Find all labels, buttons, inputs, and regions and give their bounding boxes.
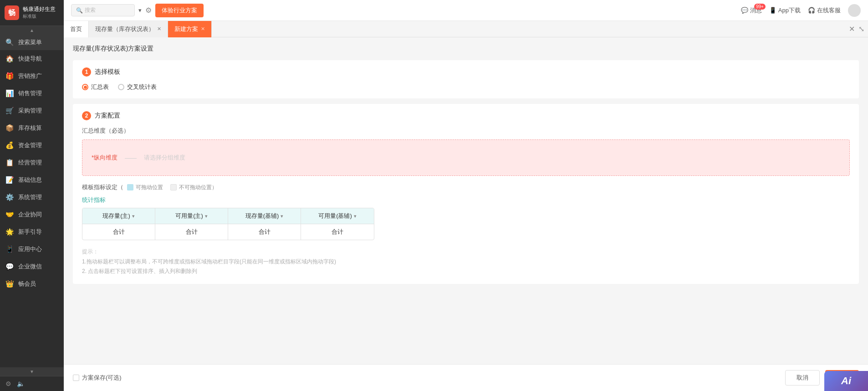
sidebar-scroll-up[interactable]: ▲ xyxy=(0,26,64,35)
logo-icon: 畅 xyxy=(5,5,19,20)
topbar-settings-icon[interactable]: ⚙ xyxy=(145,6,152,15)
stats-section: 统计指标 现存量(主) ▾ 可用量(主) xyxy=(82,196,850,242)
app-version: 标准版 xyxy=(23,13,56,20)
sales-icon: 📊 xyxy=(5,89,14,98)
sidebar-item-label: 系统管理 xyxy=(18,193,42,201)
sidebar-nav: 🔍 搜索菜单 🏠 快捷导航 🎁 营销推广 📊 销售管理 🛒 采购管理 📦 库存核… xyxy=(0,35,64,367)
sidebar-item-quick-nav[interactable]: 🏠 快捷导航 xyxy=(0,50,64,67)
stats-cell-available-aux-sub: 合计 xyxy=(301,224,374,240)
speaker-icon[interactable]: 🔈 xyxy=(17,380,25,387)
user-avatar[interactable] xyxy=(848,4,861,17)
cancel-button[interactable]: 取消 xyxy=(785,370,820,386)
stats-col-available-aux[interactable]: 可用量(基辅) ▾ xyxy=(301,208,374,224)
dimension-label: 汇总维度（必选） xyxy=(82,127,850,135)
dimension-arrow: —— xyxy=(125,154,137,161)
finance-icon: 💰 xyxy=(5,141,14,149)
sidebar-item-inventory[interactable]: 📦 库存核算 xyxy=(0,119,64,137)
stats-table: 现存量(主) ▾ 可用量(主) ▾ xyxy=(82,208,374,240)
legend-draggable-item: 可拖动位置 xyxy=(127,184,163,191)
messages-icon: 💬 xyxy=(741,7,748,14)
tab-new-plan-close[interactable]: ✕ xyxy=(201,26,205,32)
sidebar-item-management[interactable]: 📋 经营管理 xyxy=(0,154,64,171)
tips-section: 提示： 1.拖动标题栏可以调整布局，不可跨维度或指标区域拖动栏目字段(只能在同一… xyxy=(82,247,850,277)
messages-badge: 99+ xyxy=(754,4,766,10)
tab-new-plan[interactable]: 新建方案 ✕ xyxy=(168,21,212,37)
app-download-item[interactable]: 📱 App下载 xyxy=(769,6,801,15)
current-aux-dropdown-icon[interactable]: ▾ xyxy=(281,213,283,219)
stats-col-current-main[interactable]: 现存量(主) ▾ xyxy=(82,208,155,224)
online-service-item[interactable]: 🎧 在线客服 xyxy=(808,6,841,15)
sidebar-item-label: 资金管理 xyxy=(18,141,42,149)
new-guide-icon: 🌟 xyxy=(5,228,14,236)
topbar-dropdown-icon[interactable]: ▾ xyxy=(138,7,142,14)
dimension-box[interactable]: *纵向维度 —— 请选择分组维度 xyxy=(82,139,850,176)
sidebar-item-label: 应用中心 xyxy=(18,245,42,253)
sidebar-item-cooperation[interactable]: 🤝 企业协同 xyxy=(0,206,64,223)
experience-btn[interactable]: 体验行业方案 xyxy=(155,4,204,17)
available-main-dropdown-icon[interactable]: ▾ xyxy=(205,213,208,219)
current-main-dropdown-icon[interactable]: ▾ xyxy=(132,213,135,219)
sidebar-item-search[interactable]: 🔍 搜索菜单 xyxy=(0,35,64,50)
enterprise-wechat-icon: 💬 xyxy=(5,262,14,271)
sidebar-item-sales[interactable]: 📊 销售管理 xyxy=(0,85,64,102)
search-icon: 🔍 xyxy=(5,38,14,46)
tab-inventory-status-close[interactable]: ✕ xyxy=(157,26,161,32)
sidebar-scroll-down[interactable]: ▼ xyxy=(0,367,64,376)
step1-number: 1 xyxy=(82,67,91,77)
ai-badge[interactable]: Ai xyxy=(824,371,868,391)
sidebar-item-finance[interactable]: 💰 资金管理 xyxy=(0,137,64,154)
template-radio-group: 汇总表 交叉统计表 xyxy=(82,83,850,91)
step1-title: 选择模板 xyxy=(95,68,120,76)
stats-col-available-main[interactable]: 可用量(主) ▾ xyxy=(155,208,228,224)
search-placeholder: 搜索 xyxy=(85,6,96,14)
system-icon: ⚙️ xyxy=(5,193,14,201)
app-name: 畅康通好生意 xyxy=(23,6,56,13)
sidebar-item-membership[interactable]: 👑 畅会员 xyxy=(0,275,64,293)
tab-home[interactable]: 首页 xyxy=(64,21,89,37)
legend-fixed-box xyxy=(170,184,177,190)
topbar-search-box[interactable]: 🔍 搜索 xyxy=(71,4,135,16)
sidebar-item-label: 库存核算 xyxy=(18,124,42,132)
indicator-legend: 可拖动位置 不可拖动位置） xyxy=(127,184,217,191)
save-checkbox[interactable] xyxy=(73,375,79,381)
sidebar-item-label: 畅会员 xyxy=(18,280,36,288)
sidebar-item-label: 企业协同 xyxy=(18,211,42,219)
sidebar-item-marketing[interactable]: 🎁 营销推广 xyxy=(0,67,64,85)
sidebar-item-system[interactable]: ⚙️ 系统管理 xyxy=(0,189,64,206)
radio-summary[interactable]: 汇总表 xyxy=(82,83,109,91)
ai-label: Ai xyxy=(841,375,851,387)
sidebar-item-label: 销售管理 xyxy=(18,89,42,98)
tab-expand-btn[interactable]: ⤡ xyxy=(858,25,864,33)
tab-close-all-btn[interactable]: ✕ xyxy=(849,25,855,33)
sidebar-item-app-center[interactable]: 📱 应用中心 xyxy=(0,241,64,258)
topbar-left: 🔍 搜索 ▾ ⚙ 体验行业方案 xyxy=(71,4,736,17)
settings-icon[interactable]: ⚙ xyxy=(5,380,11,387)
radio-cross-dot xyxy=(118,84,124,90)
stats-col-current-aux-label: 现存量(基辅) ▾ xyxy=(245,212,284,220)
dimension-required: *纵向维度 xyxy=(92,154,117,162)
stats-col-current-aux[interactable]: 现存量(基辅) ▾ xyxy=(228,208,301,224)
topbar-right: 💬 消息 99+ 📱 App下载 🎧 在线客服 xyxy=(741,4,861,17)
sidebar-item-new-guide[interactable]: 🌟 新手引导 xyxy=(0,223,64,241)
save-option[interactable]: 方案保存(可选) xyxy=(73,374,122,382)
available-aux-dropdown-icon[interactable]: ▾ xyxy=(354,213,357,219)
sidebar-item-enterprise-wechat[interactable]: 💬 企业微信 xyxy=(0,258,64,275)
quick-nav-icon: 🏠 xyxy=(5,55,14,63)
sidebar-item-purchase[interactable]: 🛒 采购管理 xyxy=(0,102,64,119)
basic-info-icon: 📝 xyxy=(5,176,14,184)
search-icon: 🔍 xyxy=(76,7,83,14)
stats-col-current-main-label: 现存量(主) ▾ xyxy=(102,212,135,220)
radio-summary-label: 汇总表 xyxy=(91,83,109,91)
indicator-label-text: 模板指标设定（ xyxy=(82,183,123,191)
app-center-icon: 📱 xyxy=(5,245,14,253)
content-area: 现存量(库存状况表)方案设置 1 选择模板 汇总表 交叉统计表 2 xyxy=(64,37,868,364)
tab-new-plan-label: 新建方案 xyxy=(174,25,198,33)
messages-item[interactable]: 💬 消息 99+ xyxy=(741,6,762,15)
tab-inventory-status[interactable]: 现存量（库存状况表） ✕ xyxy=(89,21,168,37)
step2-title: 方案配置 xyxy=(95,112,120,120)
sidebar-item-label: 企业微信 xyxy=(18,262,42,271)
sidebar-item-basic-info[interactable]: 📝 基础信息 xyxy=(0,171,64,189)
radio-cross-label: 交叉统计表 xyxy=(127,83,157,91)
radio-cross[interactable]: 交叉统计表 xyxy=(118,83,157,91)
membership-icon: 👑 xyxy=(5,280,14,288)
